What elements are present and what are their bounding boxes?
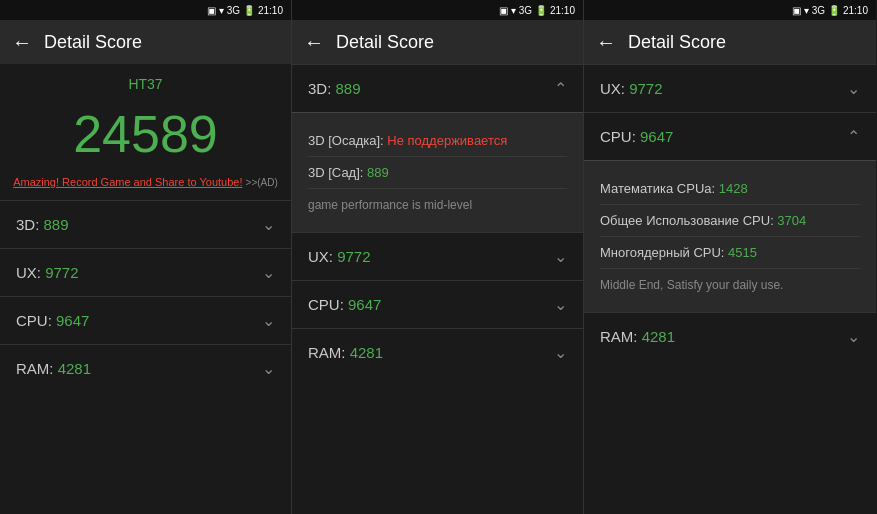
score-label-3d-p2: 3D: 889 [308, 80, 361, 97]
score-value-ram-p2: 4281 [350, 344, 383, 361]
chevron-ux-p3: ⌄ [847, 79, 860, 98]
main-score: 24589 [0, 96, 291, 172]
score-value-3d-p1: 889 [44, 216, 69, 233]
score-value-ram-p3: 4281 [642, 328, 675, 345]
exp-row-note-p2: game performance is mid-level [308, 189, 567, 220]
ad-tag: >>(AD) [246, 177, 278, 188]
score-value-ux-p1: 9772 [45, 264, 78, 281]
score-value-ram-p1: 4281 [58, 360, 91, 377]
exp-row-multi-p3: Многоядерный CPU: 4515 [600, 237, 860, 269]
network-label-2: 3G [519, 5, 532, 16]
battery-icon: 🔋 [243, 5, 255, 16]
time-label: 21:10 [258, 5, 283, 16]
score-label-ux-p2: UX: 9772 [308, 248, 371, 265]
score-label-cpu-p3: CPU: 9647 [600, 128, 673, 145]
back-button-1[interactable]: ← [12, 31, 32, 54]
battery-icon-2: 🔋 [535, 5, 547, 16]
header-3: ← Detail Score [584, 20, 876, 64]
ad-link[interactable]: Amazing! Record Game and Share to Youtub… [13, 176, 242, 188]
chevron-ux-p1: ⌄ [262, 263, 275, 282]
wifi-icon: ▾ [219, 5, 224, 16]
chevron-3d-p1: ⌄ [262, 215, 275, 234]
score-label-ram-p3: RAM: 4281 [600, 328, 675, 345]
chevron-ram-p2: ⌄ [554, 343, 567, 362]
network-icon-3: ▣ [792, 5, 801, 16]
time-label-3: 21:10 [843, 5, 868, 16]
score-label-cpu-p1: CPU: 9647 [16, 312, 89, 329]
exp-row-note-p3: Middle End, Satisfy your daily use. [600, 269, 860, 300]
score-row-cpu-p2[interactable]: CPU: 9647 ⌄ [292, 280, 583, 328]
score-label-ram-p1: RAM: 4281 [16, 360, 91, 377]
content-1: HT37 24589 Amazing! Record Game and Shar… [0, 64, 291, 514]
exp-row-general-p3: Общее Использование CPU: 3704 [600, 205, 860, 237]
header-title-2: Detail Score [336, 32, 434, 53]
score-row-3d-p1[interactable]: 3D: 889 ⌄ [0, 200, 291, 248]
score-label-cpu-p2: CPU: 9647 [308, 296, 381, 313]
chevron-ram-p1: ⌄ [262, 359, 275, 378]
chevron-cpu-p2: ⌄ [554, 295, 567, 314]
header-title-3: Detail Score [628, 32, 726, 53]
panel-2: ▣ ▾ 3G 🔋 21:10 ← Detail Score 3D: 889 ⌃ … [292, 0, 584, 514]
chevron-3d-p2: ⌃ [554, 79, 567, 98]
status-bar-3: ▣ ▾ 3G 🔋 21:10 [584, 0, 876, 20]
score-value-cpu-p2: 9647 [348, 296, 381, 313]
back-button-2[interactable]: ← [304, 31, 324, 54]
expanded-3d-p2: 3D [Осадка]: Не поддерживается 3D [Сад]:… [292, 112, 583, 232]
header-title-1: Detail Score [44, 32, 142, 53]
panel-1: ▣ ▾ 3G 🔋 21:10 ← Detail Score HT37 24589… [0, 0, 292, 514]
network-icon: ▣ [207, 5, 216, 16]
content-2: 3D: 889 ⌃ 3D [Осадка]: Не поддерживается… [292, 64, 583, 514]
content-3: UX: 9772 ⌄ CPU: 9647 ⌃ Математика CPUа: … [584, 64, 876, 514]
device-name: HT37 [0, 64, 291, 96]
status-icons-3: ▣ ▾ 3G 🔋 21:10 [792, 5, 868, 16]
exp-row-math-p3: Математика CPUа: 1428 [600, 173, 860, 205]
status-bar-2: ▣ ▾ 3G 🔋 21:10 [292, 0, 583, 20]
exp-row-garden-p2: 3D [Сад]: 889 [308, 157, 567, 189]
time-label-2: 21:10 [550, 5, 575, 16]
status-icons-2: ▣ ▾ 3G 🔋 21:10 [499, 5, 575, 16]
score-label-ux-p3: UX: 9772 [600, 80, 663, 97]
score-row-cpu-p1[interactable]: CPU: 9647 ⌄ [0, 296, 291, 344]
network-icon-2: ▣ [499, 5, 508, 16]
panel-3: ▣ ▾ 3G 🔋 21:10 ← Detail Score UX: 9772 ⌄… [584, 0, 876, 514]
header-1: ← Detail Score [0, 20, 291, 64]
score-row-3d-p2[interactable]: 3D: 889 ⌃ [292, 64, 583, 112]
score-value-ux-p2: 9772 [337, 248, 370, 265]
header-2: ← Detail Score [292, 20, 583, 64]
status-icons-1: ▣ ▾ 3G 🔋 21:10 [207, 5, 283, 16]
expanded-cpu-p3: Математика CPUа: 1428 Общее Использовани… [584, 160, 876, 312]
wifi-icon-3: ▾ [804, 5, 809, 16]
battery-icon-3: 🔋 [828, 5, 840, 16]
score-value-3d-p2: 889 [336, 80, 361, 97]
score-label-3d-p1: 3D: 889 [16, 216, 69, 233]
score-row-ram-p1[interactable]: RAM: 4281 ⌄ [0, 344, 291, 392]
network-label: 3G [227, 5, 240, 16]
score-label-ram-p2: RAM: 4281 [308, 344, 383, 361]
chevron-cpu-p1: ⌄ [262, 311, 275, 330]
score-row-ux-p3[interactable]: UX: 9772 ⌄ [584, 64, 876, 112]
score-row-ram-p2[interactable]: RAM: 4281 ⌄ [292, 328, 583, 376]
score-row-ux-p2[interactable]: UX: 9772 ⌄ [292, 232, 583, 280]
wifi-icon-2: ▾ [511, 5, 516, 16]
status-bar-1: ▣ ▾ 3G 🔋 21:10 [0, 0, 291, 20]
exp-row-siege-p2: 3D [Осадка]: Не поддерживается [308, 125, 567, 157]
network-label-3: 3G [812, 5, 825, 16]
score-value-ux-p3: 9772 [629, 80, 662, 97]
score-row-ux-p1[interactable]: UX: 9772 ⌄ [0, 248, 291, 296]
ad-text: Amazing! Record Game and Share to Youtub… [0, 172, 291, 200]
score-value-cpu-p1: 9647 [56, 312, 89, 329]
score-value-cpu-p3: 9647 [640, 128, 673, 145]
score-row-ram-p3[interactable]: RAM: 4281 ⌄ [584, 312, 876, 360]
chevron-ux-p2: ⌄ [554, 247, 567, 266]
score-label-ux-p1: UX: 9772 [16, 264, 79, 281]
chevron-ram-p3: ⌄ [847, 327, 860, 346]
score-row-cpu-p3[interactable]: CPU: 9647 ⌃ [584, 112, 876, 160]
back-button-3[interactable]: ← [596, 31, 616, 54]
chevron-cpu-p3: ⌃ [847, 127, 860, 146]
